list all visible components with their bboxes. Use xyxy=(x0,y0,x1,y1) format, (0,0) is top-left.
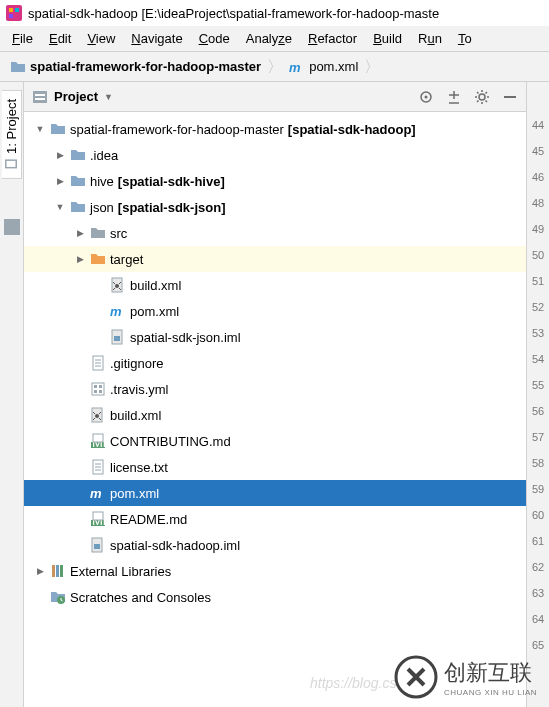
line-number: 54 xyxy=(532,346,544,372)
folder-gray-icon xyxy=(90,225,106,241)
line-number: 63 xyxy=(532,580,544,606)
tree-node[interactable]: ▼spatial-framework-for-hadoop-master[spa… xyxy=(24,116,526,142)
svg-rect-9 xyxy=(35,98,45,100)
project-tree[interactable]: ▼spatial-framework-for-hadoop-master[spa… xyxy=(24,112,526,707)
breadcrumb-file[interactable]: m pom.xml xyxy=(285,59,362,75)
tree-node-label: Scratches and Consoles xyxy=(70,590,211,605)
tree-node[interactable]: build.xml xyxy=(24,272,526,298)
file-icon xyxy=(90,459,106,475)
svg-rect-34 xyxy=(93,512,103,520)
menu-view[interactable]: View xyxy=(79,29,123,48)
chevron-right-icon[interactable]: ▶ xyxy=(52,150,68,160)
tree-node[interactable]: license.txt xyxy=(24,454,526,480)
watermark: 创新互联 CHUANG XIN HU LIAN xyxy=(394,655,537,699)
tree-node[interactable]: MDREADME.md xyxy=(24,506,526,532)
menu-bar: File Edit View Navigate Code Analyze Ref… xyxy=(0,26,549,52)
tree-node[interactable]: ▼json[spatial-sdk-json] xyxy=(24,194,526,220)
tree-node[interactable]: ▶target xyxy=(24,246,526,272)
menu-edit[interactable]: Edit xyxy=(41,29,79,48)
project-tool-window: Project ▼ ▼spatial-framework-for-hadoop-… xyxy=(24,82,527,707)
line-number: 45 xyxy=(532,138,544,164)
minimize-icon[interactable] xyxy=(502,89,518,105)
line-number: 60 xyxy=(532,502,544,528)
chevron-right-icon[interactable]: ▶ xyxy=(72,228,88,238)
menu-refactor[interactable]: Refactor xyxy=(300,29,365,48)
chevron-right-icon[interactable]: ▶ xyxy=(52,176,68,186)
menu-tools[interactable]: To xyxy=(450,29,480,48)
menu-analyze[interactable]: Analyze xyxy=(238,29,300,48)
tree-node[interactable]: spatial-sdk-hadoop.iml xyxy=(24,532,526,558)
svg-rect-3 xyxy=(9,14,13,18)
tree-node[interactable]: ▶External Libraries xyxy=(24,558,526,584)
tree-node[interactable]: ▶hive[spatial-sdk-hive] xyxy=(24,168,526,194)
tree-node-label: json xyxy=(90,200,114,215)
tree-node-label: license.txt xyxy=(110,460,168,475)
tool-tab-project[interactable]: 1: Project xyxy=(2,90,22,179)
line-number: 61 xyxy=(532,528,544,554)
watermark-url: https://blog.cs xyxy=(310,675,396,691)
tree-node-label: pom.xml xyxy=(130,304,179,319)
tree-node-label: build.xml xyxy=(110,408,161,423)
tree-node[interactable]: .gitignore xyxy=(24,350,526,376)
gear-icon[interactable] xyxy=(474,89,490,105)
menu-file[interactable]: File xyxy=(4,29,41,48)
svg-rect-0 xyxy=(6,5,22,21)
watermark-logo-icon xyxy=(394,655,438,699)
chevron-right-icon[interactable]: ▶ xyxy=(72,254,88,264)
svg-text:m: m xyxy=(289,60,301,75)
collapse-icon[interactable] xyxy=(446,89,462,105)
folder-icon xyxy=(70,173,86,189)
svg-rect-8 xyxy=(35,94,45,96)
tree-node[interactable]: ▶src xyxy=(24,220,526,246)
maven-icon: m xyxy=(90,485,106,501)
folder-icon xyxy=(50,121,66,137)
tree-node-label: .idea xyxy=(90,148,118,163)
locate-icon[interactable] xyxy=(418,89,434,105)
maven-icon: m xyxy=(110,303,126,319)
tree-node[interactable]: spatial-sdk-json.iml xyxy=(24,324,526,350)
svg-rect-20 xyxy=(92,383,104,395)
svg-rect-29 xyxy=(93,434,103,442)
folder-icon xyxy=(70,147,86,163)
line-number: 50 xyxy=(532,242,544,268)
menu-navigate[interactable]: Navigate xyxy=(123,29,190,48)
svg-rect-36 xyxy=(94,544,100,549)
chevron-down-icon[interactable]: ▼ xyxy=(52,202,68,212)
dropdown-icon[interactable]: ▼ xyxy=(104,92,113,102)
tree-node[interactable]: .travis.yml xyxy=(24,376,526,402)
tree-node-label: .gitignore xyxy=(110,356,163,371)
svg-rect-38 xyxy=(56,565,59,577)
line-number: 64 xyxy=(532,606,544,632)
svg-rect-1 xyxy=(9,8,13,12)
tree-node-label: CONTRIBUTING.md xyxy=(110,434,231,449)
breadcrumb-root[interactable]: spatial-framework-for-hadoop-master xyxy=(6,59,265,75)
tree-node-label: README.md xyxy=(110,512,187,527)
menu-run[interactable]: Run xyxy=(410,29,450,48)
tree-node[interactable]: ▶.idea xyxy=(24,142,526,168)
bookmark-icon[interactable] xyxy=(4,219,20,235)
line-number: 55 xyxy=(532,372,544,398)
tree-node[interactable]: MDCONTRIBUTING.md xyxy=(24,428,526,454)
chevron-right-icon[interactable]: ▶ xyxy=(32,566,48,576)
svg-point-15 xyxy=(115,284,119,288)
menu-code[interactable]: Code xyxy=(191,29,238,48)
chevron-down-icon[interactable]: ▼ xyxy=(32,124,48,134)
chevron-right-icon: 〉 xyxy=(362,59,382,75)
svg-point-26 xyxy=(95,414,99,418)
tree-node[interactable]: mpom.xml xyxy=(24,480,526,506)
tree-node[interactable]: build.xml xyxy=(24,402,526,428)
app-icon xyxy=(6,5,22,21)
tree-node[interactable]: mpom.xml xyxy=(24,298,526,324)
line-number: 59 xyxy=(532,476,544,502)
md-icon: MD xyxy=(90,511,106,527)
ant-icon xyxy=(110,277,126,293)
svg-rect-23 xyxy=(94,390,97,393)
menu-build[interactable]: Build xyxy=(365,29,410,48)
svg-rect-13 xyxy=(504,96,516,98)
tree-node-label: spatial-sdk-hadoop.iml xyxy=(110,538,240,553)
title-bar: spatial-sdk-hadoop [E:\ideaProject\spati… xyxy=(0,0,549,26)
left-gutter: 1: Project xyxy=(0,82,24,707)
tree-node-label: spatial-framework-for-hadoop-master xyxy=(70,122,284,137)
svg-rect-39 xyxy=(60,565,63,577)
tree-node[interactable]: Scratches and Consoles xyxy=(24,584,526,610)
